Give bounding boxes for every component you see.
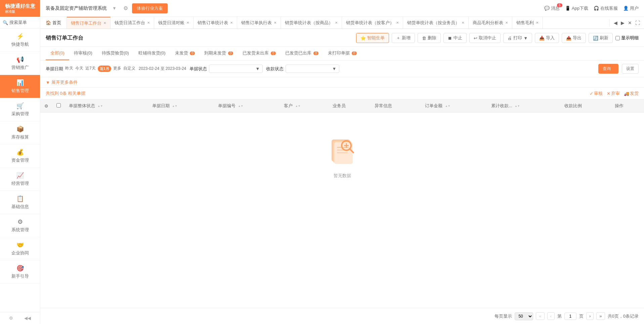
smart-create-btn[interactable]: ⭐ 智能生单 — [356, 33, 389, 43]
print-btn[interactable]: 🖨 打印 ▼ — [503, 33, 532, 43]
sidebar-search[interactable]: 🔍 搜索菜单 — [0, 17, 40, 29]
next-page-btn[interactable]: › — [586, 312, 594, 320]
show-detail-label: 显示明细 — [621, 35, 639, 41]
delete-btn[interactable]: 🗑 删除 — [418, 33, 441, 43]
th-date[interactable]: 单据日期 ▲▼ — [148, 99, 214, 113]
query-btn[interactable]: 查询 — [598, 64, 618, 74]
tabs-fullscreen-btn[interactable]: ⛶ — [634, 19, 641, 26]
tab-close-sales-more[interactable]: ✕ — [536, 21, 539, 25]
settings-filter-btn[interactable]: 设置 — [622, 64, 639, 74]
tab-home[interactable]: 🏠 首页 — [40, 17, 67, 29]
tab-close-sales-stats[interactable]: ✕ — [230, 21, 233, 25]
select-all-checkbox[interactable] — [56, 103, 61, 108]
user-btn[interactable]: 👤 用户 — [623, 5, 639, 11]
tab-close-unified-product[interactable]: ✕ — [335, 21, 338, 25]
last-page-btn[interactable]: » — [596, 312, 605, 320]
sub-tab-pending-inspect[interactable]: 待拣货验货(0) — [97, 47, 134, 60]
refresh-btn[interactable]: 🔄 刷新 — [589, 33, 613, 43]
online-service-btn[interactable]: 🎧 在线客服 — [594, 5, 618, 11]
th-status[interactable]: 单据整体状态 ▲▼ — [65, 99, 148, 113]
date-opt-yesterday[interactable]: 昨天 — [65, 66, 73, 72]
date-opt-today[interactable]: 今天 — [75, 66, 83, 72]
tab-gross-margin[interactable]: 商品毛利分析表 ✕ — [469, 17, 512, 29]
sub-tab-pending-review[interactable]: 待审核(0) — [69, 47, 97, 60]
tab-close-gross-margin[interactable]: ✕ — [505, 21, 508, 25]
sidebar-item-system[interactable]: ⚙ 系统管理 — [0, 214, 40, 237]
tab-sales-more[interactable]: 销售毛利 ✕ — [512, 17, 543, 29]
page-input[interactable] — [564, 313, 576, 320]
sub-tab-not-printed[interactable]: 未打印单据 0 — [323, 47, 361, 60]
sidebar-item-inventory[interactable]: 📦 库存核算 — [0, 121, 40, 145]
settings-icon[interactable]: ⚙ — [9, 316, 13, 321]
tab-sales-workbench[interactable]: 销售订单工作台 ✕ — [67, 17, 111, 29]
sidebar-item-quick-nav[interactable]: ⚡ 快捷导航 — [0, 29, 40, 52]
th-cumulative[interactable]: 累计收款... ▲▼ — [487, 99, 560, 113]
tab-unified-customer[interactable]: 销货单统计表（按客户） ✕ — [342, 17, 403, 29]
app-download-btn[interactable]: 📱 App下载 — [565, 5, 588, 11]
sidebar-item-newbie[interactable]: 🎯 新手引导 — [0, 260, 40, 284]
th-checkbox[interactable] — [52, 99, 65, 113]
collapse-icon[interactable]: ◀◀ — [24, 316, 31, 321]
tab-cash-daily[interactable]: 钱货日清工作台 ✕ — [111, 17, 154, 29]
first-page-btn[interactable]: « — [536, 312, 544, 320]
cancel-stop-btn[interactable]: ↩ 取消中止 — [469, 33, 501, 43]
stop-btn[interactable]: ⏹ 中止 — [443, 33, 467, 43]
tab-sales-exec[interactable]: 销售订单执行表 ✕ — [237, 17, 281, 29]
table-body: 暂无数据 — [40, 113, 644, 199]
prev-page-btn[interactable]: ‹ — [547, 312, 555, 320]
tabs-prev-btn[interactable]: ◀ — [612, 19, 619, 26]
tab-unified-product[interactable]: 销货单统计表（按商品） ✕ — [281, 17, 342, 29]
sidebar-item-purchase[interactable]: 🛒 采购管理 — [0, 98, 40, 121]
export-btn[interactable]: 📤 导出 — [562, 33, 586, 43]
date-opt-custom[interactable]: 自定义 — [123, 66, 135, 72]
tab-close-sales-exec[interactable]: ✕ — [274, 21, 276, 25]
sub-tab-shipped-not-out[interactable]: 已发货未出库 0 — [238, 47, 281, 60]
results-suffix: 相关单据 — [68, 91, 85, 96]
th-settings[interactable]: ⚙ — [40, 99, 52, 113]
sidebar-item-operation[interactable]: 📈 经营管理 — [0, 168, 40, 191]
th-number[interactable]: 单据编号 ▲▼ — [214, 99, 280, 113]
sub-tab-shipped-out[interactable]: 已发货已出库 0 — [281, 47, 323, 60]
tabs-close-btn[interactable]: ✕ — [627, 19, 633, 26]
review-action[interactable]: ✓ 审核 — [590, 90, 603, 96]
tab-close-unified-customer[interactable]: ✕ — [396, 21, 399, 25]
sub-tab-overdue-not-shipped[interactable]: 到期未发货 0 — [200, 47, 238, 60]
tabs-next-btn[interactable]: ▶ — [619, 19, 626, 26]
tab-close-cash-daily[interactable]: ✕ — [147, 21, 150, 25]
topbar-settings-icon[interactable]: ⚙ — [123, 5, 128, 11]
sub-tab-all[interactable]: 全部(0) — [46, 47, 69, 60]
dropdown-icon[interactable]: ▼ — [112, 6, 117, 11]
show-detail-checkbox-label[interactable]: 显示明细 — [615, 35, 639, 41]
sidebar-item-sales[interactable]: 📊 销售管理 — [0, 75, 40, 98]
message-btn[interactable]: 💬 消息 6 — [544, 5, 560, 11]
sidebar-item-enterprise[interactable]: 🤝 企业协同 — [0, 237, 40, 260]
sub-tab-wangpu-pending[interactable]: 旺铺待发货(0) — [134, 47, 170, 60]
tab-sales-stats[interactable]: 销售订单统计表 ✕ — [194, 17, 237, 29]
tab-unified-staff[interactable]: 销货单统计表（按业务员） ✕ — [403, 17, 469, 29]
experience-btn[interactable]: 体验行业方案 — [132, 3, 168, 13]
abandon-review-action[interactable]: ✕ 弃审 — [607, 90, 620, 96]
settings-col-icon[interactable]: ⚙ — [44, 104, 48, 109]
sidebar-item-finance[interactable]: 💰 资金管理 — [0, 145, 40, 168]
per-page-select[interactable]: 10 20 50 100 — [515, 312, 533, 320]
th-amount[interactable]: 订单金额 ▲▼ — [421, 99, 487, 113]
tab-close-unified-staff[interactable]: ✕ — [462, 21, 464, 25]
th-customer[interactable]: 客户 ▲▼ — [280, 99, 329, 113]
tab-cash-reconcile[interactable]: 钱货日清对账 ✕ — [154, 17, 194, 29]
expand-filter-btn[interactable]: ▼ 展开更多条件 — [46, 79, 78, 85]
show-detail-checkbox[interactable] — [615, 36, 620, 40]
tab-close-sales-workbench[interactable]: ✕ — [103, 21, 106, 25]
date-opt-more[interactable]: 更多 — [113, 66, 121, 72]
date-opt-7days[interactable]: 近7天 — [85, 66, 96, 72]
payment-select[interactable]: ▼ — [286, 65, 339, 73]
date-range-display: 2023-02-24 至 2023-03-24 — [139, 66, 186, 72]
import-btn[interactable]: 📥 导入 — [535, 33, 559, 43]
date-opt-1month[interactable]: 近1月 — [98, 66, 111, 72]
sub-tab-not-shipped[interactable]: 未发货 0 — [170, 47, 200, 60]
add-btn[interactable]: ＋ 新增 — [392, 33, 415, 43]
sidebar-item-basic-info[interactable]: 📋 基础信息 — [0, 191, 40, 214]
tab-close-cash-reconcile[interactable]: ✕ — [186, 21, 189, 25]
status-select[interactable]: ▼ — [209, 65, 263, 73]
sidebar-item-marketing[interactable]: 📢 营销推广 — [0, 52, 40, 75]
ship-action[interactable]: 🚚 发货 — [624, 90, 639, 96]
